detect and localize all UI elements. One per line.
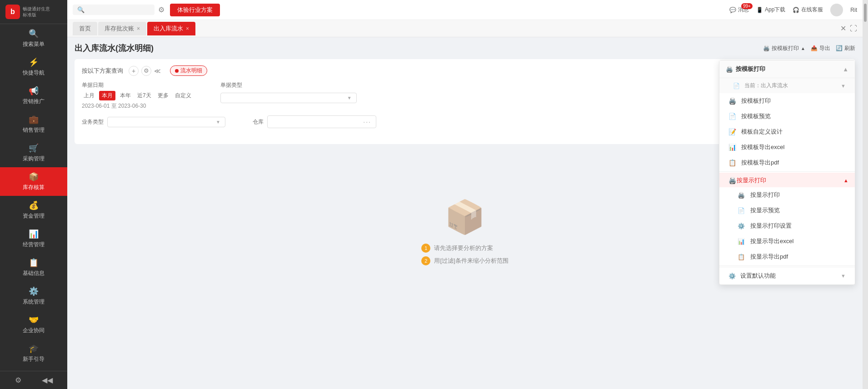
sidebar: b 畅捷通好生意 标准版 🔍 搜索菜单 ⚡ 快捷导航 📢 营销推广 💼 销 — [0, 0, 67, 389]
warehouse-input[interactable]: ··· — [267, 115, 376, 128]
maximize-window-icon[interactable]: ⛶ — [850, 25, 857, 33]
filter-settings-button[interactable]: ⚙ — [141, 66, 151, 76]
guide-icon: 🎓 — [29, 344, 39, 354]
sidebar-item-guide[interactable]: 🎓 新手引导 — [0, 339, 67, 368]
dropdown-current-item[interactable]: 📄 当前：出入库流水 ▼ — [719, 78, 855, 93]
finance-icon: 💰 — [29, 200, 39, 210]
tab-close-flow[interactable]: × — [186, 25, 189, 32]
current-arrow-icon: ▼ — [841, 83, 846, 89]
online-service-button[interactable]: 🎧 在线客服 — [793, 6, 823, 14]
filter-add-button[interactable]: + — [129, 66, 139, 76]
settings-icon-2: ⚙️ — [738, 223, 746, 229]
gear-icon[interactable]: ⚙ — [158, 5, 165, 14]
scroll-thumb[interactable] — [864, 4, 867, 22]
dropdown-template-preview[interactable]: 📄 按模板预览 — [719, 109, 855, 124]
chevron-up-icon: ▲ — [801, 46, 805, 51]
sidebar-item-search[interactable]: 🔍 搜索菜单 — [0, 24, 67, 53]
tab-bar: 首页 库存批次账 × 出入库流水 × ✕ ⛶ — [67, 20, 863, 37]
refresh-icon: 🔄 — [836, 45, 843, 51]
sidebar-item-label: 基础信息 — [23, 269, 45, 277]
messages-button[interactable]: 💬 消息 99+ — [729, 6, 749, 14]
biz-type-select[interactable]: ▼ — [107, 117, 225, 127]
filter-collapse-icon[interactable]: ≪ — [154, 67, 161, 75]
tab-home[interactable]: 首页 — [73, 22, 97, 35]
sidebar-item-quicknav[interactable]: ⚡ 快捷导航 — [0, 53, 67, 81]
tab-close-batch[interactable]: × — [137, 25, 140, 32]
sidebar-item-inventory[interactable]: 📦 库存核算 — [0, 167, 67, 196]
sidebar-item-sales[interactable]: 💼 销售管理 — [0, 110, 67, 139]
message-badge: 99+ — [741, 3, 753, 9]
empty-hint-1: 1 请先选择要分析的方案 — [421, 244, 508, 253]
sidebar-item-label: 企业协同 — [23, 327, 45, 334]
dropdown-display-section-header[interactable]: 🖨️ 按显示打印 ▲ — [719, 173, 855, 187]
date-tab-this-month[interactable]: 本月 — [99, 91, 115, 100]
sidebar-item-apps[interactable]: 🔲 应用中心 — [0, 368, 67, 371]
sidebar-item-label: 搜索菜单 — [23, 40, 45, 48]
print-dropdown-panel: 🖨️ 按模板打印 ▲ 📄 当前：出入库流水 ▼ 🖨️ 按模板打印 — [719, 60, 855, 285]
tab-batch[interactable]: 库存批次账 × — [98, 22, 146, 35]
sidebar-item-finance[interactable]: 💰 资金管理 — [0, 196, 67, 224]
date-tab-custom[interactable]: 自定义 — [173, 91, 193, 100]
search-box[interactable]: 🔍 — [73, 5, 155, 15]
right-scrollbar[interactable] — [863, 0, 868, 389]
dropdown-display-preview[interactable]: 📄 按显示预览 — [719, 203, 855, 218]
date-tab-this-year[interactable]: 本年 — [118, 91, 133, 100]
dropdown-template-custom[interactable]: 📝 模板自定义设计 — [719, 124, 855, 140]
chevron-down-icon-2: ▼ — [216, 120, 220, 125]
date-tab-last-month[interactable]: 上月 — [82, 91, 96, 100]
pdf-icon-2: 📋 — [738, 254, 746, 260]
sidebar-logo: b 畅捷通好生意 标准版 — [0, 0, 67, 24]
basic-icon: 📋 — [29, 258, 39, 268]
printer-icon-1: 🖨️ — [728, 97, 737, 105]
system-icon: ⚙️ — [29, 286, 39, 296]
tab-flow[interactable]: 出入库流水 × — [147, 22, 195, 35]
date-tab-more[interactable]: 更多 — [156, 91, 170, 100]
doc-type-select[interactable]: ▼ — [220, 93, 357, 103]
excel-icon-2: 📊 — [738, 238, 746, 245]
marketing-icon: 📢 — [29, 86, 39, 96]
avatar[interactable] — [830, 4, 843, 16]
top-bar: 🔍 ⚙ 体验行业方案 💬 消息 99+ 📱 App下载 🎧 在线客服 — [67, 0, 863, 20]
dropdown-footer-item[interactable]: ⚙️ 设置默认功能 ▼ — [719, 267, 855, 284]
dropdown-display-export-pdf[interactable]: 📋 按显示导出pdf — [719, 249, 855, 264]
sidebar-item-operations[interactable]: 📊 经营管理 — [0, 224, 67, 253]
dropdown-template-print[interactable]: 🖨️ 按模板打印 — [719, 93, 855, 109]
flow-tag-dot — [175, 69, 179, 73]
dropdown-display-export-excel[interactable]: 📊 按显示导出excel — [719, 234, 855, 249]
sidebar-item-label: 经营管理 — [23, 241, 45, 249]
trial-button[interactable]: 体验行业方案 — [170, 4, 220, 16]
sidebar-item-purchase[interactable]: 🛒 采购管理 — [0, 139, 67, 167]
hint-num-2: 2 — [421, 256, 430, 265]
filter-warehouse: 仓库 ··· — [253, 115, 376, 128]
flow-tag: 流水明细 — [170, 65, 207, 76]
dropdown-template-export-pdf[interactable]: 📋 按模板导出pdf — [719, 155, 855, 170]
chevron-down-icon: ▼ — [347, 95, 352, 100]
dropdown-display-print[interactable]: 🖨️ 按显示打印 — [719, 187, 855, 203]
sidebar-item-marketing[interactable]: 📢 营销推广 — [0, 81, 67, 110]
warehouse-more-icon: ··· — [363, 118, 371, 125]
dropdown-collapse-icon[interactable]: ▲ — [843, 66, 848, 73]
date-tab-7days[interactable]: 近7天 — [135, 91, 153, 100]
doc-type-label: 单据类型 — [220, 81, 357, 89]
username-label: Rit — [850, 7, 857, 13]
sidebar-item-label: 系统管理 — [23, 298, 45, 306]
settings-bottom-icon[interactable]: ⚙ — [15, 376, 21, 384]
export-button[interactable]: 📤 导出 — [811, 45, 830, 52]
inventory-icon: 📦 — [29, 172, 39, 182]
sidebar-item-cooperation[interactable]: 🤝 企业协同 — [0, 310, 67, 339]
app-download-button[interactable]: 📱 App下载 — [756, 6, 785, 14]
dropdown-display-print-settings[interactable]: ⚙️ 按显示打印设置 — [719, 218, 855, 234]
filter-label: 按以下方案查询 — [82, 67, 123, 75]
close-window-icon[interactable]: ✕ — [840, 24, 846, 33]
tab-label: 首页 — [79, 25, 91, 33]
search-input[interactable] — [87, 7, 142, 13]
empty-hint-2: 2 用[过滤]条件来缩小分析范围 — [421, 256, 508, 265]
print-template-button[interactable]: 🖨️ 按模板打印 ▲ — [763, 45, 805, 52]
page-content: 出入库流水(流水明细) 🖨️ 按模板打印 ▲ 📤 导出 🔄 刷新 — [67, 37, 863, 389]
collapse-sidebar-icon[interactable]: ◀◀ — [42, 376, 53, 384]
sidebar-item-basic[interactable]: 📋 基础信息 — [0, 253, 67, 282]
sidebar-item-system[interactable]: ⚙️ 系统管理 — [0, 282, 67, 310]
page-title: 出入库流水(流水明细) — [75, 43, 154, 54]
refresh-button[interactable]: 🔄 刷新 — [836, 45, 855, 52]
dropdown-template-export-excel[interactable]: 📊 按模板导出excel — [719, 140, 855, 155]
